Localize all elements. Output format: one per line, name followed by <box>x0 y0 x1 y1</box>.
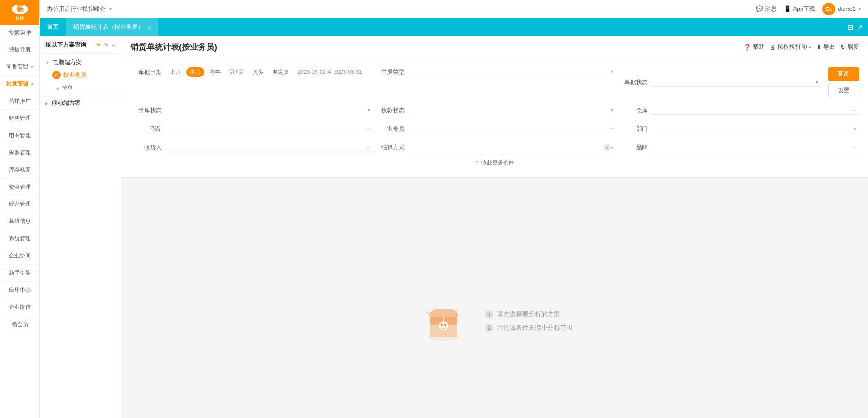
breadcrumb-text: 办公用品行业模拟账套 <box>47 5 106 13</box>
doc-type-field: ▾ <box>409 67 616 76</box>
sidebar-item-app-center[interactable]: 应用中心 <box>0 282 39 299</box>
app-subtitle: 标版 <box>15 15 24 21</box>
mobile-section-title[interactable]: ▶ 移动端方案 <box>40 97 121 109</box>
doc-status-field: ▾ <box>652 78 821 87</box>
sidebar-item-enterprise-wechat[interactable]: 企业微信 <box>0 299 39 316</box>
date-tab-last-month[interactable]: 上月 <box>166 67 184 77</box>
sidebar-item-enterprise-collab[interactable]: 企业协同 <box>0 247 39 265</box>
date-tabs: 上月 本月 本年 近7天 更多 自定义 <box>166 67 292 77</box>
sidebar-item-retail[interactable]: 零售管理 ▾ <box>0 58 39 76</box>
collapse-panel-button[interactable]: « <box>112 41 115 48</box>
brand-dots-icon[interactable]: ··· <box>851 144 856 151</box>
salesman-filter-col: 业务员 ··· <box>373 121 616 136</box>
page-header-actions: ❓ 帮助 🖨 按模板打印 ▾ ⬇ 导出 ↻ 刷新 <box>744 43 859 51</box>
out-status-dropdown-icon[interactable]: ▾ <box>368 107 370 113</box>
empty-tips: 1 请先选择要分析的方案 2 用过滤条件来缩小分析范围 <box>485 310 573 332</box>
sidebar-item-finance[interactable]: 资金管理 <box>0 179 39 196</box>
sidebar-item-quick-nav[interactable]: 快捷导航 <box>0 41 39 58</box>
sidebar-item-basic-info[interactable]: 基础信息 <box>0 213 39 230</box>
right-content: 销货单统计表(按业务员) ❓ 帮助 🖨 按模板打印 ▾ ⬇ 导出 <box>121 36 868 418</box>
receiver-label: 收货人 <box>130 143 166 152</box>
salesman-dots-icon[interactable]: ··· <box>608 125 613 132</box>
warehouse-label: 仓库 <box>616 106 652 114</box>
goods-filter-col: 商品 ··· <box>130 121 373 136</box>
tab-home[interactable]: 首页 <box>40 18 66 36</box>
mobile-arrow-icon: ▶ <box>45 101 49 106</box>
receipt-status-filter-col: 收款状态 ▾ <box>373 103 616 117</box>
empty-tip-1: 1 请先选择要分析的方案 <box>485 310 573 318</box>
sidebar-item-purchase[interactable]: 采购管理 <box>0 144 39 162</box>
desktop-section-title[interactable]: ▼ 电脑端方案 <box>40 57 121 68</box>
export-icon: ⬇ <box>816 44 821 51</box>
user-menu[interactable]: Ea demo2 ▾ <box>822 3 861 15</box>
tip-num-2: 2 <box>485 324 493 332</box>
query-button[interactable]: 查询 <box>828 67 859 81</box>
salesman-field: ··· <box>409 124 616 133</box>
sidebar-item-inventory[interactable]: 库存核算 <box>0 162 39 179</box>
tab-active[interactable]: 销货单统计表（按业务员） × <box>66 18 158 36</box>
sidebar-item-marketing[interactable]: 营销推广 <box>0 93 39 110</box>
edit-scheme-button[interactable]: ✎ <box>104 41 109 48</box>
goods-dots-icon[interactable]: ··· <box>365 125 371 132</box>
settle-method-dropdown-icon[interactable]: ▾ <box>611 144 613 151</box>
date-range-text: 2023-03-01 至 2023-03-31 <box>298 68 362 76</box>
scheme-by-order[interactable]: ≡ 按单 <box>40 82 121 94</box>
refresh-button[interactable]: ↻ 刷新 <box>840 43 859 51</box>
template-print-button[interactable]: 🖨 按模板打印 ▾ <box>770 43 811 51</box>
app-download-button[interactable]: 📱 App下载 <box>784 5 815 13</box>
message-button[interactable]: 💬 消息 <box>756 5 777 13</box>
empty-tip-2: 2 用过滤条件来缩小分析范围 <box>485 324 573 332</box>
logo-icon: 畅 <box>12 5 28 14</box>
date-tab-more[interactable]: 更多 <box>249 67 267 77</box>
tab-bar: 首页 销货单统计表（按业务员） × ⊟ ⤢ <box>40 18 868 36</box>
help-button[interactable]: ❓ 帮助 <box>744 43 764 51</box>
settle-method-clear-button[interactable]: × <box>604 144 611 151</box>
sidebar-item-ecommerce[interactable]: 电商管理 <box>0 127 39 144</box>
receipt-status-dropdown-icon[interactable]: ▾ <box>611 107 613 113</box>
sidebar-item-system[interactable]: 系统管理 <box>0 230 39 247</box>
date-tab-this-year[interactable]: 本年 <box>206 67 224 77</box>
doc-status-dropdown-icon[interactable]: ▾ <box>816 79 818 86</box>
breadcrumb-dropdown-icon[interactable]: ▾ <box>109 6 112 11</box>
dept-dropdown-icon[interactable]: ▾ <box>854 125 856 132</box>
date-tab-7days[interactable]: 近7天 <box>226 67 247 77</box>
sidebar-search-item[interactable]: 搜索菜单 <box>0 25 39 41</box>
sidebar-item-operations[interactable]: 经营管理 <box>0 196 39 213</box>
receipt-status-label: 收款状态 <box>373 106 409 114</box>
left-panel-title: 按以下方案查询 <box>45 41 86 49</box>
dept-label: 部门 <box>616 125 652 133</box>
date-tab-custom[interactable]: 自定义 <box>269 67 292 77</box>
warehouse-dots-icon[interactable]: ··· <box>851 106 856 114</box>
date-tab-this-month[interactable]: 本月 <box>186 67 204 77</box>
settings-button[interactable]: 设置 <box>828 84 859 97</box>
doc-status-filter-col: 单据状态 ▾ 查询 设置 <box>616 66 859 99</box>
settle-method-filter-col: 结算方式 × ▾ <box>373 140 616 155</box>
page-title: 销货单统计表(按业务员) <box>130 42 217 52</box>
sidebar-item-beginner[interactable]: 新手引导 <box>0 265 39 282</box>
scheme-by-salesman[interactable]: 员 按业务员 <box>40 68 121 82</box>
warehouse-field: ··· <box>652 105 859 115</box>
header-actions: 💬 消息 📱 App下载 Ea demo2 ▾ <box>756 3 861 15</box>
out-status-label: 出库状态 <box>130 106 166 114</box>
tab-expand-icon[interactable]: ⤢ <box>857 23 863 32</box>
tab-close-button[interactable]: × <box>147 24 151 31</box>
svg-point-6 <box>444 324 446 326</box>
doc-type-dropdown-icon[interactable]: ▾ <box>611 68 613 75</box>
tab-bar-actions: ⊟ ⤢ <box>847 23 868 32</box>
receiver-dots-icon[interactable]: ··· <box>365 143 371 151</box>
out-status-filter-col: 出库状态 ▾ <box>130 103 373 117</box>
svg-point-5 <box>441 324 443 326</box>
brand-filter-col: 品牌 ··· <box>616 140 859 155</box>
add-scheme-button[interactable]: + <box>97 41 101 49</box>
sidebar-item-sales[interactable]: 销售管理 <box>0 110 39 127</box>
sidebar-item-wholesale[interactable]: 批发管理 ▴ <box>0 76 39 93</box>
export-button[interactable]: ⬇ 导出 <box>816 43 835 51</box>
receiver-filter-col: 收货人 ··· <box>130 140 373 155</box>
sidebar-item-member[interactable]: 畅会员 <box>0 316 39 333</box>
goods-field: ··· <box>166 124 373 133</box>
collapse-filters-button[interactable]: ⌃ 收起更多条件 <box>130 155 859 170</box>
settle-method-field: × ▾ <box>409 143 616 152</box>
collapse-icon: ⌃ <box>475 159 480 166</box>
print-dropdown-icon: ▾ <box>809 45 811 50</box>
tab-minimize-icon[interactable]: ⊟ <box>847 23 853 32</box>
